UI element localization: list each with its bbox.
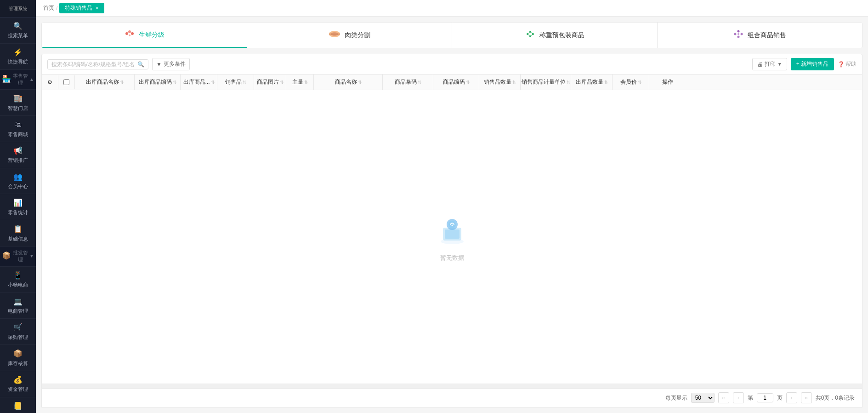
th-out-name: 出库商品名称 ⇅ xyxy=(75,75,135,90)
sort-icon-barcode[interactable]: ⇅ xyxy=(418,80,421,85)
sort-icon-out-code[interactable]: ⇅ xyxy=(173,80,176,85)
help-icon: ❓ xyxy=(838,61,845,68)
help-button[interactable]: ❓ 帮助 xyxy=(838,60,857,68)
search-menu-icon: 🔍 xyxy=(13,21,23,31)
sort-icon-sale-item[interactable]: ⇅ xyxy=(243,80,246,85)
tab-combo-sale[interactable]: 组合商品销售 xyxy=(658,23,862,48)
new-sale-item-button[interactable]: + 新增销售品 xyxy=(791,58,834,70)
next-page-button[interactable]: › xyxy=(786,392,797,403)
svg-line-13 xyxy=(530,34,533,36)
sidebar-item-retail-stats[interactable]: 📊 零售统计 xyxy=(0,194,36,220)
sort-icon-item-code[interactable]: ⇅ xyxy=(466,80,470,85)
sidebar-item-general-ledger[interactable]: 📒 总账管理 xyxy=(0,397,36,413)
retail-mgmt-icon: 🏪 xyxy=(2,74,11,84)
new-label: + 新增销售品 xyxy=(796,60,828,68)
page-number-input[interactable] xyxy=(757,393,773,402)
sidebar-item-finance[interactable]: 💰 资金管理 xyxy=(0,371,36,397)
sidebar: 管理系统 🔍 搜索菜单 ⚡ 快捷导航 🏪 零售管理 ▲ 🏬 智慧门店 🛍 零售商… xyxy=(0,0,36,413)
th-out-code: 出库商品编码 ⇅ xyxy=(135,75,181,90)
sort-icon-out-qty[interactable]: ⇅ xyxy=(604,80,608,85)
sort-icon-member-price[interactable]: ⇅ xyxy=(638,80,641,85)
first-page-button[interactable]: « xyxy=(718,392,729,403)
sidebar-item-ecommerce-mgmt[interactable]: 💻 电商管理 xyxy=(0,293,36,319)
sidebar-item-search-menu[interactable]: 🔍 搜索菜单 xyxy=(0,17,36,44)
svg-line-14 xyxy=(528,34,530,36)
retail-stats-icon: 📊 xyxy=(13,198,23,208)
prev-page-button[interactable]: ‹ xyxy=(733,392,744,403)
inventory-icon: 📦 xyxy=(13,349,23,359)
sidebar-item-retail-mall[interactable]: 🛍 零售商城 xyxy=(0,116,36,142)
sidebar-item-inventory[interactable]: 📦 库存核算 xyxy=(0,345,36,371)
th-checkbox[interactable] xyxy=(58,75,75,89)
active-tab[interactable]: 特殊销售品 ✕ xyxy=(59,3,104,13)
sort-icon-sale-unit[interactable]: ⇅ xyxy=(567,80,570,85)
members-icon: 👥 xyxy=(13,172,23,182)
basic-info-icon: 📋 xyxy=(13,224,23,234)
per-page-label: 每页显示 xyxy=(665,394,687,402)
sidebar-item-mini-shop[interactable]: 📱 小畅电商 xyxy=(0,267,36,293)
tab-close-icon[interactable]: ✕ xyxy=(95,6,99,11)
horizontal-scrollbar[interactable] xyxy=(41,384,862,389)
sort-icon-out-name[interactable]: ⇅ xyxy=(120,80,124,85)
empty-state: 暂无数据 xyxy=(42,90,862,384)
sidebar-item-wholesale-mgmt[interactable]: 📦 批发管理 ▼ xyxy=(0,247,36,267)
tab-scale-pack[interactable]: 称重预包装商品 xyxy=(452,23,658,48)
combo-sale-icon xyxy=(733,29,744,42)
filter-label: 更多条件 xyxy=(164,60,186,68)
sidebar-item-smart-store[interactable]: 🏬 智慧门店 xyxy=(0,90,36,116)
scale-pack-label: 称重预包装商品 xyxy=(539,31,584,40)
top-nav: 首页 / 特殊销售品 ✕ xyxy=(36,0,868,17)
svg-rect-22 xyxy=(445,229,460,239)
tab-fresh-grade[interactable]: 生鲜分级 xyxy=(42,23,247,48)
sidebar-logo: 管理系统 xyxy=(0,0,36,17)
svg-point-25 xyxy=(451,225,453,226)
svg-point-1 xyxy=(128,30,131,33)
th-settings[interactable]: ⚙ xyxy=(42,75,58,89)
purchase-mgmt-icon: 🛒 xyxy=(13,322,23,333)
th-action: 操作 xyxy=(649,75,686,90)
sort-icon-item-name[interactable]: ⇅ xyxy=(358,80,362,85)
search-icon[interactable]: 🔍 xyxy=(137,61,144,68)
sort-icon-sale-qty[interactable]: ⇅ xyxy=(512,80,516,85)
breadcrumb-separator: / xyxy=(56,5,57,11)
svg-point-0 xyxy=(125,32,128,35)
th-barcode: 商品条码 ⇅ xyxy=(383,75,433,90)
fresh-grade-label: 生鲜分级 xyxy=(139,31,165,39)
toolbar-right: 🖨 打印 ▼ + 新增销售品 ❓ 帮助 xyxy=(752,58,857,70)
sidebar-item-promo[interactable]: 📢 营销推广 xyxy=(0,142,36,168)
sort-icon-item-img[interactable]: ⇅ xyxy=(280,80,284,85)
sidebar-item-basic-info[interactable]: 📋 基础信息 xyxy=(0,220,36,247)
page-prefix-label: 第 xyxy=(748,394,753,402)
settings-icon[interactable]: ⚙ xyxy=(47,79,52,86)
table-header: ⚙ 出库商品名称 ⇅ 出库商品编码 ⇅ 出库商品... ⇅ xyxy=(42,75,862,90)
th-item-code: 商品编码 ⇅ xyxy=(433,75,479,90)
sidebar-item-members[interactable]: 👥 会员中心 xyxy=(0,168,36,195)
th-sale-qty: 销售品数量 ⇅ xyxy=(479,75,521,90)
per-page-select[interactable]: 50 10 20 100 xyxy=(691,393,715,403)
meat-cut-icon xyxy=(328,29,341,41)
general-ledger-icon: 📒 xyxy=(13,401,23,411)
wholesale-mgmt-arrow: ▼ xyxy=(29,253,34,259)
svg-point-2 xyxy=(131,32,134,35)
sidebar-item-purchase-mgmt[interactable]: 🛒 采购管理 xyxy=(0,319,36,345)
sidebar-item-retail-mgmt[interactable]: 🏪 零售管理 ▲ xyxy=(0,70,36,90)
last-page-button[interactable]: » xyxy=(801,392,812,403)
print-label: 打印 xyxy=(765,60,776,68)
sort-icon-main-weight[interactable]: ⇅ xyxy=(304,80,308,85)
meat-cut-label: 肉类分割 xyxy=(345,31,370,40)
table-wrapper: ⚙ 出库商品名称 ⇅ 出库商品编码 ⇅ 出库商品... ⇅ xyxy=(41,74,862,384)
svg-point-17 xyxy=(741,33,743,35)
combo-sale-label: 组合商品销售 xyxy=(748,31,786,40)
search-input[interactable] xyxy=(51,61,136,68)
th-item-img: 商品图片 ⇅ xyxy=(254,75,286,90)
filter-button[interactable]: ▼ 更多条件 xyxy=(152,58,190,70)
search-box[interactable]: 🔍 xyxy=(47,59,148,69)
breadcrumb-home[interactable]: 首页 xyxy=(43,4,54,12)
total-label: 共0页，0条记录 xyxy=(816,394,855,402)
finance-icon: 💰 xyxy=(13,375,23,385)
select-all-checkbox[interactable] xyxy=(63,79,69,85)
print-button[interactable]: 🖨 打印 ▼ xyxy=(752,58,787,70)
tab-meat-cut[interactable]: 肉类分割 xyxy=(247,23,453,48)
sidebar-item-quick-nav[interactable]: ⚡ 快捷导航 xyxy=(0,44,36,70)
sort-icon-out-spec[interactable]: ⇅ xyxy=(211,80,215,85)
